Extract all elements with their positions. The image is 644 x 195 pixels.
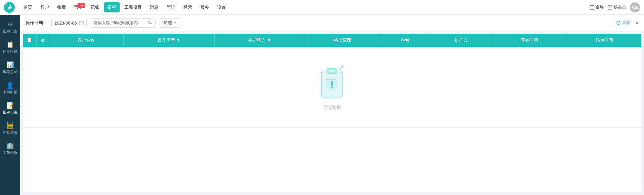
nav-item-home[interactable]: 首页 [20, 2, 36, 12]
sidebar-item-tax-settings[interactable]: ⚙ 报税设置 [0, 17, 20, 37]
nav-item-manage[interactable]: 管理 [163, 2, 179, 12]
personal-tax-label: 个税申报 [3, 90, 17, 94]
records-table: ⚙客户名称操作类型 ▼执行状态 ▼错误原因税种执行人开始时间结束时间 [23, 34, 641, 128]
new-badge: new [78, 3, 85, 8]
svg-point-4 [148, 21, 151, 24]
select-all-checkbox[interactable] [27, 38, 32, 42]
tax-settings-icon: ⚙ [6, 21, 14, 28]
sidebar: ⚙ 报税设置 📋 批量报税 📊 报税总览 👤 个税申报 📝 报税记录 🧮 汇算清… [0, 15, 20, 195]
svg-point-13 [323, 96, 341, 100]
fullscreen-label: 全屏 [596, 4, 604, 10]
user-avatar[interactable]: CE [630, 2, 640, 12]
svg-rect-7 [329, 70, 335, 72]
app-logo[interactable] [4, 2, 15, 13]
search-input[interactable] [91, 19, 145, 27]
batch-tax-label: 批量报税 [3, 49, 17, 54]
svg-point-12 [342, 65, 344, 67]
empty-state: 暂无数据 [27, 50, 637, 124]
calendar-icon [79, 21, 84, 25]
nav-menu: 首页客户收费票据new记账报税工商项目消息管理经营服务设置 [20, 2, 590, 12]
col-header-setting: ⚙ [36, 34, 49, 47]
col-header-client_name: 客户名称 [49, 34, 124, 47]
empty-icon [315, 64, 349, 101]
svg-rect-2 [608, 5, 612, 9]
nav-right: 全屏 畅会员 CE [590, 2, 640, 12]
annual-report-label: 工商年报 [3, 151, 17, 155]
main-content: 操作日期： 2023-06-06 筛选 [20, 15, 644, 195]
nav-item-client[interactable]: 客户 [37, 2, 52, 12]
sidebar-item-settlement[interactable]: 🧮 汇算清缴 [0, 119, 20, 138]
fullscreen-btn[interactable]: 全屏 [590, 4, 604, 10]
tax-settings-label: 报税设置 [3, 29, 17, 34]
col-header-executor: 执行人 [430, 34, 492, 47]
filter-label: 筛选 [163, 20, 172, 26]
svg-rect-1 [590, 5, 594, 9]
main-layout: ⚙ 报税设置 📋 批量报税 📊 报税总览 👤 个税申报 📝 报税记录 🧮 汇算清… [0, 15, 644, 195]
sidebar-item-personal-tax[interactable]: 👤 个税申报 [0, 78, 20, 98]
sidebar-item-tax-summary[interactable]: 📊 报税总览 [0, 58, 20, 77]
col-header-tax_type: 税种 [380, 34, 430, 47]
settlement-label: 汇算清缴 [3, 130, 17, 135]
svg-point-10 [331, 86, 333, 88]
sidebar-item-batch-tax[interactable]: 📋 批量报税 [0, 38, 20, 57]
col-header-end_time: 结束时间 [567, 34, 641, 47]
refresh-label: 刷新 [622, 20, 631, 26]
empty-text: 暂无数据 [324, 105, 341, 111]
nav-item-settings[interactable]: 设置 [214, 2, 229, 12]
close-button[interactable]: × [635, 20, 639, 26]
col-header-op_type[interactable]: 操作类型 ▼ [124, 34, 215, 47]
member-label: 畅会员 [614, 4, 626, 10]
col-header-start_time: 开始时间 [492, 34, 567, 47]
nav-item-tax[interactable]: 报税 [104, 2, 120, 12]
nav-item-service[interactable]: 服务 [197, 2, 212, 12]
search-box [91, 18, 156, 28]
filter-button[interactable]: 筛选 [160, 18, 180, 28]
svg-line-11 [340, 66, 343, 70]
top-nav: 首页客户收费票据new记账报税工商项目消息管理经营服务设置 全屏 畅会员 CE [0, 0, 644, 15]
toolbar-right: 刷新 × [616, 20, 639, 26]
annual-report-icon: 🏢 [6, 142, 14, 150]
nav-item-accounts[interactable]: 记账 [87, 2, 103, 12]
member-btn[interactable]: 畅会员 [608, 4, 626, 10]
nav-item-invoice[interactable]: 票据new [71, 2, 86, 12]
table-header: ⚙客户名称操作类型 ▼执行状态 ▼错误原因税种执行人开始时间结束时间 [23, 34, 641, 47]
date-picker[interactable]: 2023-06-06 [51, 19, 87, 27]
search-icon [148, 20, 153, 25]
nav-item-industrial[interactable]: 工商项目 [121, 2, 145, 12]
chevron-down-icon [173, 21, 177, 25]
sidebar-item-annual-report[interactable]: 🏢 工商年报 [0, 139, 20, 158]
tax-record-icon: 📝 [6, 102, 14, 109]
date-value: 2023-06-06 [54, 21, 77, 26]
svg-rect-9 [331, 81, 333, 86]
refresh-button[interactable]: 刷新 [616, 20, 631, 26]
col-header-exec_status[interactable]: 执行状态 ▼ [214, 34, 305, 47]
date-label: 操作日期： [26, 20, 47, 26]
settlement-icon: 🧮 [6, 122, 14, 129]
personal-tax-icon: 👤 [6, 82, 14, 89]
refresh-icon [616, 21, 621, 25]
table-container: ⚙客户名称操作类型 ▼执行状态 ▼错误原因税种执行人开始时间结束时间 [23, 34, 641, 192]
col-header-check [23, 34, 36, 47]
batch-tax-icon: 📋 [6, 41, 14, 48]
tax-summary-label: 报税总览 [3, 70, 17, 74]
sidebar-item-tax-record[interactable]: 📝 报税记录 [0, 99, 20, 118]
search-button[interactable] [145, 19, 155, 27]
toolbar: 操作日期： 2023-06-06 筛选 [20, 15, 644, 31]
col-header-error_reason: 错误原因 [305, 34, 380, 47]
svg-rect-3 [79, 21, 83, 25]
tax-summary-icon: 📊 [6, 61, 14, 69]
nav-item-message[interactable]: 消息 [146, 2, 162, 12]
nav-item-finance[interactable]: 经营 [180, 2, 196, 12]
tax-record-label: 报税记录 [3, 110, 17, 115]
nav-item-fee[interactable]: 收费 [54, 2, 69, 12]
